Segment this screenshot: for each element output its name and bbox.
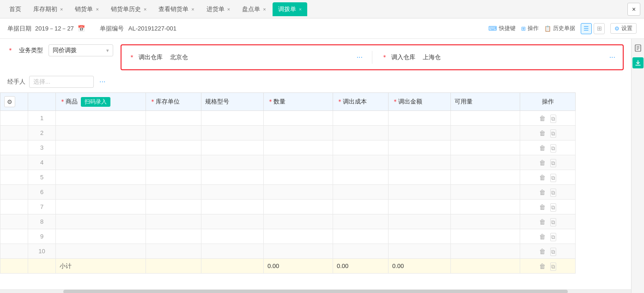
row-amount-10[interactable]	[389, 244, 451, 259]
row-delete-icon-2[interactable]: 🗑	[539, 129, 546, 137]
row-delete-icon-11[interactable]: 🗑	[539, 262, 546, 270]
row-spec-3[interactable]	[201, 140, 264, 155]
row-cost-9[interactable]	[333, 229, 389, 244]
history-button[interactable]: 📋 历史单据	[544, 24, 575, 32]
row-qty-11[interactable]: 0.00	[264, 259, 333, 274]
row-spec-1[interactable]	[201, 111, 264, 126]
row-copy-icon-5[interactable]: ⧉	[550, 174, 556, 182]
row-product-11[interactable]: 小计	[56, 259, 146, 274]
row-copy-icon-7[interactable]: ⧉	[550, 203, 556, 212]
row-available-7[interactable]	[451, 200, 520, 214]
tab-transfer-order[interactable]: 调拨单 ×	[273, 2, 307, 16]
row-amount-6[interactable]	[389, 185, 451, 200]
row-cost-2[interactable]	[333, 126, 389, 140]
calendar-icon[interactable]: 📅	[78, 25, 85, 32]
row-cost-4[interactable]	[333, 155, 389, 170]
row-copy-icon-1[interactable]: ⧉	[550, 115, 556, 123]
row-unit-2[interactable]	[146, 126, 201, 140]
row-spec-6[interactable]	[201, 185, 264, 200]
row-amount-3[interactable]	[389, 140, 451, 155]
row-copy-icon-4[interactable]: ⧉	[550, 159, 556, 167]
settings-button[interactable]: ⚙ 设置	[610, 23, 637, 34]
row-product-2[interactable]	[56, 126, 146, 140]
tab-sales-history[interactable]: 销货单历史 ×	[105, 2, 152, 16]
actions-button[interactable]: ⊞ 操作	[521, 24, 539, 32]
tab-inventory-check[interactable]: 盘点单 ×	[237, 2, 271, 16]
row-copy-icon-3[interactable]: ⧉	[550, 144, 556, 153]
row-product-4[interactable]	[56, 155, 146, 170]
row-delete-icon-10[interactable]: 🗑	[539, 248, 546, 255]
row-cost-7[interactable]	[333, 200, 389, 214]
row-qty-10[interactable]	[264, 244, 333, 259]
row-delete-icon-9[interactable]: 🗑	[539, 233, 546, 240]
row-qty-7[interactable]	[264, 200, 333, 214]
row-product-7[interactable]	[56, 200, 146, 214]
tab-view-sales-close[interactable]: ×	[191, 6, 194, 12]
window-close-button[interactable]: ×	[627, 3, 640, 16]
row-qty-3[interactable]	[264, 140, 333, 155]
row-delete-icon-7[interactable]: 🗑	[539, 203, 546, 211]
row-delete-icon-8[interactable]: 🗑	[539, 218, 546, 226]
tab-purchase-order[interactable]: 进货单 ×	[201, 2, 236, 16]
row-qty-5[interactable]	[264, 170, 333, 185]
row-cost-5[interactable]	[333, 170, 389, 185]
row-delete-icon-4[interactable]: 🗑	[539, 159, 546, 166]
row-amount-4[interactable]	[389, 155, 451, 170]
row-copy-icon-11[interactable]: ⧉	[550, 262, 556, 271]
tab-view-sales[interactable]: 查看销货单 ×	[153, 2, 200, 16]
row-available-9[interactable]	[451, 229, 520, 244]
tab-purchase-order-close[interactable]: ×	[227, 6, 230, 12]
row-qty-4[interactable]	[264, 155, 333, 170]
row-spec-2[interactable]	[201, 126, 264, 140]
row-available-5[interactable]	[451, 170, 520, 185]
tab-sales-order-close[interactable]: ×	[96, 6, 98, 12]
row-unit-9[interactable]	[146, 229, 201, 244]
row-amount-1[interactable]	[389, 111, 451, 126]
row-unit-8[interactable]	[146, 214, 201, 229]
list-view-button[interactable]: ☰	[581, 23, 592, 34]
tab-inventory-init[interactable]: 库存期初 ×	[28, 2, 68, 16]
row-product-6[interactable]	[56, 185, 146, 200]
tab-inventory-check-close[interactable]: ×	[263, 6, 266, 12]
row-qty-9[interactable]	[264, 229, 333, 244]
tab-home[interactable]: 首页	[4, 2, 27, 16]
row-amount-7[interactable]	[389, 200, 451, 214]
row-available-4[interactable]	[451, 155, 520, 170]
row-available-3[interactable]	[451, 140, 520, 155]
row-available-1[interactable]	[451, 111, 520, 126]
row-product-5[interactable]	[56, 170, 146, 185]
shortcuts-button[interactable]: ⌨ 快捷键	[488, 24, 516, 32]
col-header-gear[interactable]: ⚙	[0, 93, 28, 111]
row-cost-8[interactable]	[333, 214, 389, 229]
row-spec-9[interactable]	[201, 229, 264, 244]
row-cost-3[interactable]	[333, 140, 389, 155]
person-more-icon[interactable]: ···	[99, 78, 105, 86]
row-available-2[interactable]	[451, 126, 520, 140]
row-unit-1[interactable]	[146, 111, 201, 126]
row-unit-10[interactable]	[146, 244, 201, 259]
row-spec-8[interactable]	[201, 214, 264, 229]
row-product-3[interactable]	[56, 140, 146, 155]
tab-sales-history-close[interactable]: ×	[144, 6, 146, 12]
row-spec-4[interactable]	[201, 155, 264, 170]
row-product-1[interactable]	[56, 111, 146, 126]
sidebar-doc-icon[interactable]	[632, 43, 644, 54]
row-available-10[interactable]	[451, 244, 520, 259]
row-spec-5[interactable]	[201, 170, 264, 185]
row-available-11[interactable]	[451, 259, 520, 274]
row-qty-1[interactable]	[264, 111, 333, 126]
row-spec-11[interactable]	[201, 259, 264, 274]
transfer-out-more-icon[interactable]: ···	[357, 53, 363, 61]
row-copy-icon-2[interactable]: ⧉	[550, 129, 556, 138]
row-amount-9[interactable]	[389, 229, 451, 244]
tab-sales-order[interactable]: 销货单 ×	[69, 2, 104, 16]
row-unit-11[interactable]	[146, 259, 201, 274]
row-amount-11[interactable]: 0.00	[389, 259, 451, 274]
person-select[interactable]: 选择...	[29, 76, 94, 88]
row-amount-2[interactable]	[389, 126, 451, 140]
row-delete-icon-3[interactable]: 🗑	[539, 144, 546, 152]
row-qty-2[interactable]	[264, 126, 333, 140]
row-spec-7[interactable]	[201, 200, 264, 214]
row-copy-icon-6[interactable]: ⧉	[550, 189, 556, 197]
row-qty-6[interactable]	[264, 185, 333, 200]
